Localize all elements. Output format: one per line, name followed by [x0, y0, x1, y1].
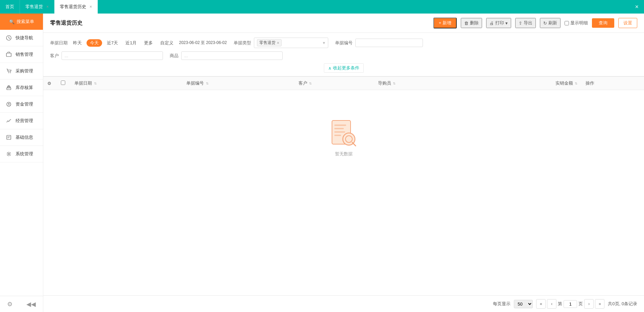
- doc-no-filter: 单据编号: [335, 39, 423, 47]
- tab-home[interactable]: 首页: [0, 0, 20, 14]
- goods-filter: 商品 ...: [170, 51, 283, 60]
- tab-retail-return-history[interactable]: 零售退货历史 ×: [54, 0, 98, 14]
- date-btn-more[interactable]: 更多: [141, 39, 156, 47]
- window-close-button[interactable]: ×: [629, 0, 644, 14]
- table-checkbox-col[interactable]: [57, 77, 70, 90]
- col-amount[interactable]: 实销金额 ⇅: [470, 77, 581, 90]
- table-settings-col[interactable]: ⚙: [43, 77, 57, 90]
- tab-retail-return-history-close[interactable]: ×: [90, 4, 92, 9]
- tab-retail-return[interactable]: 零售退货 ×: [20, 0, 54, 14]
- filter-area: 单据日期 昨天 今天 近7天 近1月 更多 自定义 2023-06-02 至 2…: [43, 33, 644, 76]
- sidebar-item-quick-nav[interactable]: 快捷导航: [0, 30, 43, 46]
- sidebar-item-system-mgmt[interactable]: 系统管理: [0, 146, 43, 162]
- sidebar-item-purchase-mgmt-label: 采购管理: [16, 68, 33, 74]
- type-filter: 单据类型 零售退货 × ▾: [234, 38, 328, 48]
- page-size-select[interactable]: 50 10 20 100: [514, 300, 533, 308]
- purchase-icon: [5, 68, 12, 74]
- col-doc-no-label: 单据编号: [186, 81, 204, 86]
- refresh-button[interactable]: ↻ 刷新: [540, 18, 560, 28]
- empty-state: 暂无数据: [43, 90, 644, 184]
- sidebar-menu: 快捷导航 销售管理 采购管理 库存核算: [0, 30, 43, 296]
- sidebar-item-purchase-mgmt[interactable]: 采购管理: [0, 63, 43, 80]
- goods-select[interactable]: ...: [181, 51, 283, 60]
- show-detail-input[interactable]: [565, 21, 569, 25]
- svg-rect-13: [334, 131, 345, 133]
- type-tag-close[interactable]: ×: [277, 41, 279, 45]
- settings-button[interactable]: 设置: [618, 18, 637, 28]
- export-button[interactable]: ⇧ 导出: [515, 18, 536, 28]
- svg-point-9: [8, 153, 9, 155]
- page-title: 零售退货历史: [50, 20, 82, 27]
- sidebar-speaker-button[interactable]: ◀◀: [26, 300, 36, 308]
- page-number-input[interactable]: [564, 300, 577, 308]
- sidebar-item-inventory[interactable]: 库存核算: [0, 80, 43, 96]
- print-icon: 🖨: [490, 21, 494, 26]
- page-next-button[interactable]: ›: [584, 299, 594, 309]
- tab-retail-return-history-label: 零售退货历史: [60, 4, 86, 10]
- page-prev-button[interactable]: ‹: [547, 299, 556, 309]
- print-button[interactable]: 🖨 打印 ▾: [486, 18, 511, 28]
- page-nav: « ‹ 第 页 › »: [536, 299, 604, 309]
- sidebar-search[interactable]: 🔍 搜索菜单: [0, 14, 43, 30]
- type-select[interactable]: 零售退货 × ▾: [254, 38, 328, 48]
- delete-button[interactable]: 🗑 删除: [461, 18, 482, 28]
- col-amount-sort: ⇅: [575, 82, 577, 85]
- search-icon: 🔍: [9, 19, 15, 24]
- svg-point-2: [8, 72, 9, 73]
- select-all-checkbox[interactable]: [61, 81, 65, 85]
- doc-no-label: 单据编号: [335, 40, 353, 46]
- basic-info-icon: [5, 134, 12, 141]
- customer-select[interactable]: ...: [62, 51, 163, 60]
- svg-point-7: [7, 102, 11, 106]
- collapse-filter-button[interactable]: ∧ 收起更多条件: [324, 63, 364, 73]
- system-icon: [5, 151, 12, 157]
- col-guide[interactable]: 导购员 ⇅: [374, 77, 470, 90]
- type-filter-label: 单据类型: [234, 40, 251, 46]
- date-btn-today[interactable]: 今天: [87, 39, 102, 47]
- date-btn-7days[interactable]: 近7天: [104, 39, 121, 47]
- sidebar-item-finance[interactable]: 资金管理: [0, 96, 43, 113]
- operations-icon: [5, 117, 12, 124]
- delete-button-label: 删除: [470, 20, 479, 26]
- sidebar-item-quick-nav-label: 快捷导航: [16, 35, 33, 41]
- col-doc-no-sort: ⇅: [206, 82, 209, 85]
- refresh-icon: ↻: [543, 21, 547, 26]
- date-btn-1month[interactable]: 近1月: [123, 39, 139, 47]
- svg-rect-8: [7, 135, 11, 139]
- sidebar-item-operations[interactable]: 经营管理: [0, 113, 43, 129]
- date-btn-yesterday[interactable]: 昨天: [70, 39, 85, 47]
- date-quick-buttons: 昨天 今天 近7天 近1月 更多 自定义: [70, 39, 176, 47]
- col-doc-no[interactable]: 单据编号 ⇅: [182, 77, 294, 90]
- date-btn-custom[interactable]: 自定义: [158, 39, 176, 47]
- type-dropdown-icon: ▾: [323, 40, 325, 45]
- filter-row-2: 客户 ... 商品 ...: [50, 51, 637, 60]
- col-customer[interactable]: 客户 ⇅: [294, 77, 374, 90]
- svg-rect-12: [334, 128, 344, 129]
- collapse-button-label: 收起更多条件: [333, 65, 359, 71]
- new-button[interactable]: + 新增: [433, 18, 457, 28]
- show-detail-checkbox[interactable]: 显示明细: [565, 20, 588, 26]
- sidebar-item-basic-info[interactable]: 基础信息: [0, 129, 43, 146]
- svg-rect-11: [334, 125, 346, 126]
- export-icon: ⇧: [519, 21, 522, 26]
- pagination-bar: 每页显示 50 10 20 100 « ‹ 第 页 › » 共0页, 0条记录: [43, 295, 644, 312]
- page-last-button[interactable]: »: [595, 299, 604, 309]
- page-size-label: 每页显示: [493, 301, 510, 307]
- page-label-before: 第: [558, 301, 562, 307]
- table-settings-icon[interactable]: ⚙: [47, 81, 51, 86]
- doc-no-input[interactable]: [355, 39, 423, 47]
- type-tag: 零售退货 ×: [257, 39, 282, 46]
- sidebar-item-operations-label: 经营管理: [16, 118, 33, 124]
- page-first-button[interactable]: «: [536, 299, 546, 309]
- query-button[interactable]: 查询: [592, 18, 614, 28]
- export-button-label: 导出: [524, 20, 532, 26]
- total-info: 共0页, 0条记录: [608, 301, 637, 307]
- finance-icon: [5, 101, 12, 108]
- tab-retail-return-close[interactable]: ×: [46, 4, 49, 9]
- customer-filter: 客户 ...: [50, 51, 163, 60]
- col-date[interactable]: 单据日期 ⇅: [70, 77, 182, 90]
- sidebar-item-sales-mgmt[interactable]: 销售管理: [0, 46, 43, 63]
- sidebar-gear-button[interactable]: ⚙: [7, 300, 13, 308]
- data-table: ⚙ 单据日期 ⇅ 单据编号 ⇅: [43, 76, 644, 90]
- col-customer-sort: ⇅: [309, 82, 312, 85]
